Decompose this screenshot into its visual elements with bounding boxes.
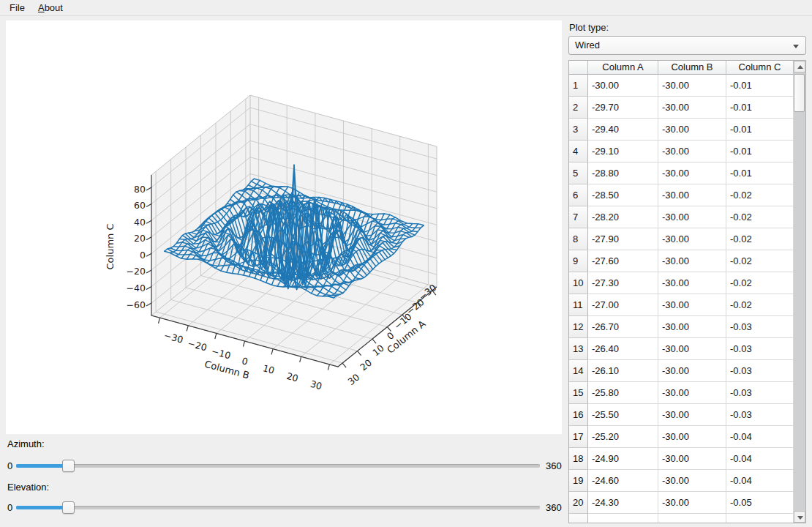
row-header[interactable]: 20 [569, 492, 588, 514]
cell-column-a[interactable]: -28.20 [588, 206, 658, 228]
row-header[interactable]: 9 [569, 250, 588, 272]
cell-column-b[interactable]: -30.00 [658, 338, 726, 360]
scroll-down-button[interactable] [794, 511, 805, 523]
row-header[interactable]: 6 [569, 184, 588, 206]
cell-column-c[interactable]: -0.01 [726, 75, 794, 97]
azimuth-slider-handle[interactable] [62, 460, 75, 472]
cell-column-b[interactable]: -30.00 [658, 206, 726, 228]
cell-column-c[interactable] [726, 514, 794, 523]
row-header[interactable]: 12 [569, 316, 588, 338]
row-header[interactable]: 7 [569, 206, 588, 228]
cell-column-b[interactable]: -30.00 [658, 404, 726, 426]
cell-column-b[interactable]: -30.00 [658, 162, 726, 184]
cell-column-a[interactable]: -25.20 [588, 426, 658, 448]
cell-column-b[interactable]: -30.00 [658, 272, 726, 294]
cell-column-c[interactable]: -0.01 [726, 141, 794, 162]
column-header-a[interactable]: Column A [588, 61, 658, 75]
plot-type-dropdown[interactable]: Wired [568, 36, 806, 55]
cell-column-b[interactable]: -30.00 [658, 426, 726, 448]
table-corner-cell[interactable] [569, 61, 588, 75]
cell-column-c[interactable]: -0.04 [726, 470, 794, 492]
cell-column-a[interactable]: -26.40 [588, 338, 658, 360]
row-header[interactable]: 8 [569, 228, 588, 250]
row-header[interactable]: 3 [569, 119, 588, 141]
cell-column-c[interactable]: -0.02 [726, 184, 794, 206]
cell-column-b[interactable]: -30.00 [658, 294, 726, 316]
cell-column-c[interactable]: -0.02 [726, 228, 794, 250]
row-header[interactable]: 4 [569, 141, 588, 162]
cell-column-c[interactable]: -0.02 [726, 250, 794, 272]
cell-column-b[interactable]: -30.00 [658, 382, 726, 404]
azimuth-slider[interactable] [16, 464, 540, 468]
row-header[interactable]: 11 [569, 294, 588, 316]
cell-column-a[interactable] [588, 514, 658, 523]
cell-column-b[interactable]: -30.00 [658, 75, 726, 97]
cell-column-a[interactable]: -26.10 [588, 360, 658, 382]
cell-column-b[interactable]: -30.00 [658, 228, 726, 250]
cell-column-c[interactable]: -0.03 [726, 360, 794, 382]
menu-about[interactable]: About [31, 0, 69, 16]
cell-column-c[interactable]: -0.03 [726, 338, 794, 360]
cell-column-a[interactable]: -28.80 [588, 162, 658, 184]
scrollbar-thumb[interactable] [794, 74, 805, 112]
menu-file[interactable]: File [3, 0, 31, 16]
elevation-slider[interactable] [16, 506, 540, 509]
svg-text:80: 80 [134, 184, 146, 195]
scroll-up-button[interactable] [794, 61, 805, 72]
row-header[interactable]: 16 [569, 404, 588, 426]
cell-column-b[interactable]: -30.00 [658, 470, 726, 492]
cell-column-c[interactable]: -0.02 [726, 272, 794, 294]
cell-column-b[interactable]: -30.00 [658, 316, 726, 338]
row-header[interactable]: 13 [569, 338, 588, 360]
cell-column-c[interactable]: -0.04 [726, 448, 794, 470]
row-header[interactable]: 15 [569, 382, 588, 404]
cell-column-b[interactable]: -30.00 [658, 141, 726, 162]
cell-column-c[interactable]: -0.03 [726, 404, 794, 426]
cell-column-b[interactable]: -30.00 [658, 97, 726, 119]
cell-column-c[interactable]: -0.01 [726, 97, 794, 119]
row-header[interactable]: 2 [569, 97, 588, 119]
cell-column-c[interactable]: -0.01 [726, 119, 794, 141]
cell-column-c[interactable]: -0.05 [726, 492, 794, 514]
row-header[interactable]: 17 [569, 426, 588, 448]
cell-column-a[interactable]: -27.30 [588, 272, 658, 294]
cell-column-c[interactable]: -0.03 [726, 382, 794, 404]
cell-column-c[interactable]: -0.03 [726, 316, 794, 338]
column-header-c[interactable]: Column C [726, 61, 794, 75]
cell-column-b[interactable]: -30.00 [658, 250, 726, 272]
cell-column-a[interactable]: -25.50 [588, 404, 658, 426]
cell-column-c[interactable]: -0.02 [726, 294, 794, 316]
cell-column-b[interactable]: -30.00 [658, 448, 726, 470]
cell-column-a[interactable]: -27.00 [588, 294, 658, 316]
cell-column-a[interactable]: -30.00 [588, 75, 658, 97]
cell-column-b[interactable] [658, 514, 726, 523]
row-header[interactable] [569, 514, 588, 523]
cell-column-a[interactable]: -27.90 [588, 228, 658, 250]
row-header[interactable]: 19 [569, 470, 588, 492]
cell-column-b[interactable]: -30.00 [658, 360, 726, 382]
cell-column-a[interactable]: -25.80 [588, 382, 658, 404]
cell-column-c[interactable]: -0.01 [726, 162, 794, 184]
cell-column-a[interactable]: -26.70 [588, 316, 658, 338]
cell-column-a[interactable]: -29.10 [588, 141, 658, 162]
cell-column-a[interactable]: -27.60 [588, 250, 658, 272]
cell-column-a[interactable]: -29.40 [588, 119, 658, 141]
cell-column-b[interactable]: -30.00 [658, 492, 726, 514]
cell-column-a[interactable]: -28.50 [588, 184, 658, 206]
row-header[interactable]: 18 [569, 448, 588, 470]
cell-column-a[interactable]: -24.90 [588, 448, 658, 470]
cell-column-c[interactable]: -0.02 [726, 206, 794, 228]
cell-column-b[interactable]: -30.00 [658, 184, 726, 206]
cell-column-a[interactable]: -24.30 [588, 492, 658, 514]
cell-column-a[interactable]: -24.60 [588, 470, 658, 492]
table-scrollbar[interactable] [794, 61, 805, 523]
cell-column-b[interactable]: -30.00 [658, 119, 726, 141]
row-header[interactable]: 10 [569, 272, 588, 294]
elevation-slider-handle[interactable] [62, 501, 75, 514]
cell-column-a[interactable]: -29.70 [588, 97, 658, 119]
row-header[interactable]: 5 [569, 162, 588, 184]
column-header-b[interactable]: Column B [658, 61, 726, 75]
row-header[interactable]: 14 [569, 360, 588, 382]
cell-column-c[interactable]: -0.04 [726, 426, 794, 448]
row-header[interactable]: 1 [569, 75, 588, 97]
